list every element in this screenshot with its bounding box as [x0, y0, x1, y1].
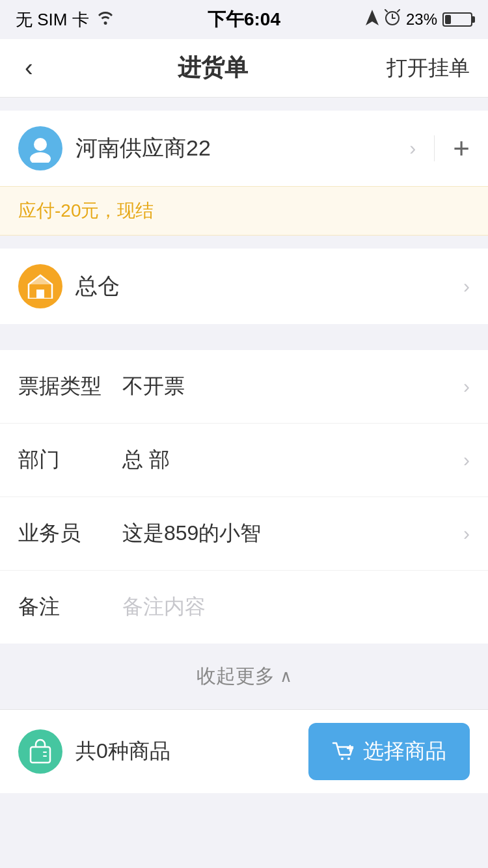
back-button[interactable]: ‹ — [18, 47, 40, 88]
bottom-bar: 共0种商品 选择商品 — [0, 709, 488, 793]
nav-bar: ‹ 进货单 打开挂单 — [0, 39, 488, 98]
svg-line-4 — [398, 10, 400, 12]
supplier-divider — [434, 135, 435, 161]
battery-fill — [445, 15, 451, 24]
warehouse-chevron-icon: › — [463, 275, 470, 297]
supplier-avatar — [18, 126, 62, 170]
product-icon-wrap — [18, 729, 62, 774]
add-supplier-button[interactable]: + — [453, 134, 470, 163]
department-value: 总 部 — [109, 446, 457, 474]
remark-label: 备注 — [18, 593, 109, 621]
svg-line-3 — [385, 10, 387, 12]
status-bar: 无 SIM 卡 下午6:04 23% — [0, 0, 488, 39]
department-label: 部门 — [18, 446, 109, 474]
svg-rect-10 — [31, 747, 50, 763]
svg-point-12 — [347, 757, 350, 760]
collapse-button[interactable]: 收起更多 ∧ — [0, 644, 488, 709]
page-title: 进货单 — [178, 52, 248, 84]
select-product-label: 选择商品 — [363, 737, 446, 766]
warehouse-name: 总仓 — [75, 271, 463, 301]
cart-add-icon — [332, 742, 355, 761]
supplier-name: 河南供应商22 — [75, 133, 409, 163]
info-section: 票据类型 不开票 › 部门 总 部 › 业务员 这是859的小智 › 备注 备注… — [0, 350, 488, 644]
carrier-text: 无 SIM 卡 — [16, 8, 89, 31]
warehouse-row[interactable]: 总仓 › — [0, 249, 488, 324]
section-gap-3 — [0, 324, 488, 337]
invoice-type-chevron-icon: › — [463, 375, 470, 398]
remark-row[interactable]: 备注 备注内容 — [0, 571, 488, 644]
collapse-icon: ∧ — [280, 666, 292, 686]
supplier-section: 河南供应商22 › + 应付-20元，现结 — [0, 111, 488, 236]
svg-point-11 — [341, 757, 344, 760]
product-count: 共0种商品 — [75, 737, 295, 766]
section-gap-2 — [0, 236, 488, 249]
salesperson-row[interactable]: 业务员 这是859的小智 › — [0, 497, 488, 571]
open-pending-button[interactable]: 打开挂单 — [386, 54, 470, 83]
alarm-icon — [384, 9, 401, 30]
department-chevron-icon: › — [463, 449, 470, 471]
svg-point-5 — [34, 138, 47, 151]
salesperson-label: 业务员 — [18, 519, 109, 548]
invoice-type-row[interactable]: 票据类型 不开票 › — [0, 350, 488, 424]
select-product-button[interactable]: 选择商品 — [308, 723, 470, 780]
svg-rect-8 — [36, 290, 44, 299]
svg-marker-9 — [29, 275, 52, 284]
status-left: 无 SIM 卡 — [16, 8, 115, 31]
page-background — [0, 793, 488, 868]
section-gap-1 — [0, 98, 488, 111]
location-icon — [366, 10, 379, 29]
salesperson-value: 这是859的小智 — [109, 519, 457, 548]
invoice-type-label: 票据类型 — [18, 372, 109, 401]
department-row[interactable]: 部门 总 部 › — [0, 424, 488, 497]
battery-percent: 23% — [406, 10, 437, 29]
chevron-right-icon: › — [409, 137, 416, 159]
collapse-text: 收起更多 — [197, 663, 275, 690]
alert-banner: 应付-20元，现结 — [0, 186, 488, 236]
status-right: 23% — [366, 9, 472, 30]
house-icon — [27, 274, 53, 299]
shopping-bag-icon — [27, 738, 54, 765]
battery-icon — [442, 12, 472, 27]
salesperson-chevron-icon: › — [463, 522, 470, 545]
person-icon — [26, 134, 55, 163]
status-time: 下午6:04 — [208, 7, 280, 32]
invoice-type-value: 不开票 — [109, 372, 457, 401]
supplier-right: › + — [409, 134, 470, 163]
remark-input[interactable]: 备注内容 — [109, 593, 470, 621]
warehouse-icon — [18, 264, 62, 308]
supplier-row[interactable]: 河南供应商22 › + — [0, 111, 488, 186]
svg-point-6 — [30, 152, 51, 163]
wifi-icon — [96, 10, 115, 30]
